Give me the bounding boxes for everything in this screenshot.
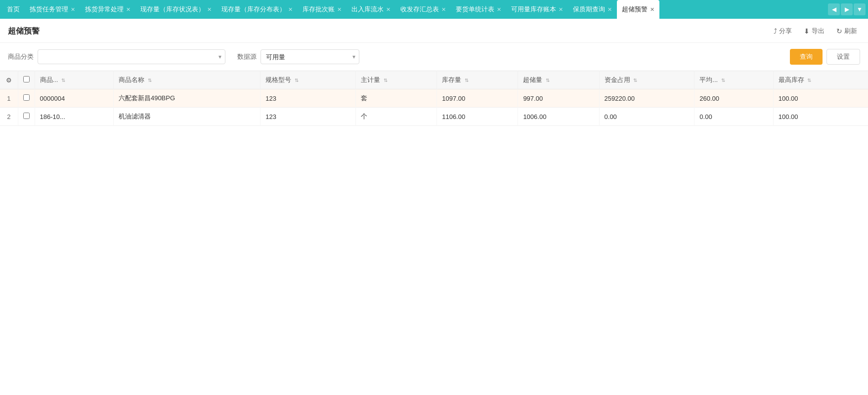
close-tab-11[interactable]: ✕: [650, 6, 654, 13]
column-stock[interactable]: 库存量 ⇅: [437, 71, 518, 89]
cell-avg-1: 0.00: [694, 108, 773, 126]
select-all-checkbox[interactable]: [23, 76, 30, 82]
data-table: ⚙ 商品... ⇅ 商品名称 ⇅ 规格型号 ⇅: [0, 71, 868, 126]
row-select-0[interactable]: [23, 94, 30, 101]
column-max-stock[interactable]: 最高库存 ⇅: [773, 71, 868, 89]
table-body: 1 0000004 六配套新昌490BPG 123 套 1097.00 997.…: [0, 89, 868, 126]
column-settings[interactable]: ⚙: [0, 71, 18, 89]
column-spec[interactable]: 规格型号 ⇅: [260, 71, 356, 89]
column-product-name[interactable]: 商品名称 ⇅: [113, 71, 260, 89]
nav-menu-button[interactable]: ▼: [854, 3, 866, 15]
nav-item-5[interactable]: 库存批次账 ✕: [298, 0, 347, 19]
filter-actions: 查询 设置: [790, 49, 860, 65]
sort-icon-unit: ⇅: [384, 78, 388, 83]
close-tab-7[interactable]: ✕: [441, 6, 446, 13]
datasource-label: 数据源: [237, 52, 257, 61]
nav-item-8[interactable]: 要货单统计表 ✕: [451, 0, 506, 19]
page-title: 超储预警: [8, 26, 40, 37]
close-tab-9[interactable]: ✕: [559, 6, 563, 13]
table-row[interactable]: 2 186-10... 机油滤清器 123 个 1106.00 1006.00 …: [0, 108, 868, 126]
nav-item-9[interactable]: 可用量库存账本 ✕: [506, 0, 568, 19]
nav-item-7[interactable]: 收发存汇总表 ✕: [395, 0, 451, 19]
cell-spec-1: 123: [260, 108, 356, 126]
column-product-code[interactable]: 商品... ⇅: [35, 71, 113, 89]
nav-arrows: ◀ ▶ ▼: [827, 3, 866, 15]
query-button[interactable]: 查询: [790, 49, 823, 65]
datasource-select-wrapper: 可用量 库存量: [260, 49, 359, 64]
sort-icon-avg: ⇅: [721, 78, 725, 83]
column-avg[interactable]: 平均... ⇅: [694, 71, 773, 89]
cell-spec-0: 123: [260, 89, 356, 108]
filter-bar: 商品分类 数据源 可用量 库存量 查询 设置: [0, 43, 868, 71]
main-content: 超储预警 ⤴ 分享 ⬇ 导出 ↻ 刷新 商品分类: [0, 19, 868, 395]
sort-icon-max-stock: ⇅: [807, 78, 811, 83]
export-icon: ⬇: [804, 27, 810, 35]
category-filter: 商品分类: [8, 49, 225, 64]
share-button[interactable]: ⤴ 分享: [771, 25, 795, 38]
row-checkbox-0[interactable]: [18, 89, 35, 108]
export-button[interactable]: ⬇ 导出: [801, 25, 827, 38]
sort-icon-product-code: ⇅: [61, 78, 65, 83]
gear-icon: ⚙: [6, 77, 12, 84]
row-checkbox-1[interactable]: [18, 108, 35, 126]
table-row[interactable]: 1 0000004 六配套新昌490BPG 123 套 1097.00 997.…: [0, 89, 868, 108]
datasource-filter: 数据源 可用量 库存量: [237, 49, 359, 64]
nav-prev-button[interactable]: ◀: [828, 3, 840, 15]
nav-item-1[interactable]: 拣货任务管理 ✕: [25, 0, 80, 19]
table-header-row: ⚙ 商品... ⇅ 商品名称 ⇅ 规格型号 ⇅: [0, 71, 868, 89]
sort-icon-product-name: ⇅: [148, 78, 152, 83]
page-header: 超储预警 ⤴ 分享 ⬇ 导出 ↻ 刷新: [0, 19, 868, 43]
refresh-icon: ↻: [836, 27, 842, 35]
category-select[interactable]: [38, 49, 225, 64]
share-icon: ⤴: [774, 27, 777, 35]
nav-item-4[interactable]: 现存量（库存分布表） ✕: [217, 0, 298, 19]
close-tab-8[interactable]: ✕: [497, 6, 501, 13]
category-select-wrapper: [38, 49, 225, 64]
refresh-button[interactable]: ↻ 刷新: [833, 25, 860, 38]
close-tab-6[interactable]: ✕: [386, 6, 391, 13]
column-overstock[interactable]: 超储量 ⇅: [518, 71, 599, 89]
cell-stock-0: 1097.00: [437, 89, 518, 108]
cell-product-code-0: 0000004: [35, 89, 113, 108]
nav-item-11-active[interactable]: 超储预警 ✕: [617, 0, 659, 19]
nav-item-home[interactable]: 首页: [2, 0, 25, 19]
close-tab-3[interactable]: ✕: [207, 6, 212, 13]
nav-item-10[interactable]: 保质期查询 ✕: [568, 0, 617, 19]
cell-product-name-1: 机油滤清器: [113, 108, 260, 126]
row-num-1: 2: [0, 108, 18, 126]
settings-button[interactable]: 设置: [826, 49, 860, 65]
cell-max-stock-0: 100.00: [773, 89, 868, 108]
close-tab-10[interactable]: ✕: [608, 6, 612, 13]
row-select-1[interactable]: [23, 113, 30, 119]
category-label: 商品分类: [8, 52, 34, 61]
top-navigation: 首页 拣货任务管理 ✕ 拣货异常处理 ✕ 现存量（库存状况表） ✕ 现存量（库存…: [0, 0, 868, 19]
nav-item-2[interactable]: 拣货异常处理 ✕: [80, 0, 135, 19]
column-checkbox[interactable]: [18, 71, 35, 89]
cell-capital-0: 259220.00: [599, 89, 694, 108]
cell-product-name-0: 六配套新昌490BPG: [113, 89, 260, 108]
datasource-select[interactable]: 可用量 库存量: [260, 49, 359, 64]
sort-icon-capital: ⇅: [633, 78, 637, 83]
cell-capital-1: 0.00: [599, 108, 694, 126]
nav-next-button[interactable]: ▶: [841, 3, 853, 15]
table-container: ⚙ 商品... ⇅ 商品名称 ⇅ 规格型号 ⇅: [0, 71, 868, 126]
sort-icon-spec: ⇅: [295, 78, 299, 83]
cell-avg-0: 260.00: [694, 89, 773, 108]
sort-icon-overstock: ⇅: [546, 78, 550, 83]
nav-item-3[interactable]: 现存量（库存状况表） ✕: [135, 0, 217, 19]
cell-max-stock-1: 100.00: [773, 108, 868, 126]
close-tab-2[interactable]: ✕: [126, 6, 130, 13]
row-num-0: 1: [0, 89, 18, 108]
close-tab-1[interactable]: ✕: [71, 6, 75, 13]
cell-unit-0: 套: [356, 89, 437, 108]
column-capital[interactable]: 资金占用 ⇅: [599, 71, 694, 89]
nav-item-6[interactable]: 出入库流水 ✕: [347, 0, 395, 19]
sort-icon-stock: ⇅: [465, 78, 469, 83]
cell-overstock-0: 997.00: [518, 89, 599, 108]
cell-stock-1: 1106.00: [437, 108, 518, 126]
header-actions: ⤴ 分享 ⬇ 导出 ↻ 刷新: [771, 25, 860, 38]
close-tab-5[interactable]: ✕: [337, 6, 342, 13]
column-unit[interactable]: 主计量 ⇅: [356, 71, 437, 89]
close-tab-4[interactable]: ✕: [288, 6, 293, 13]
cell-unit-1: 个: [356, 108, 437, 126]
